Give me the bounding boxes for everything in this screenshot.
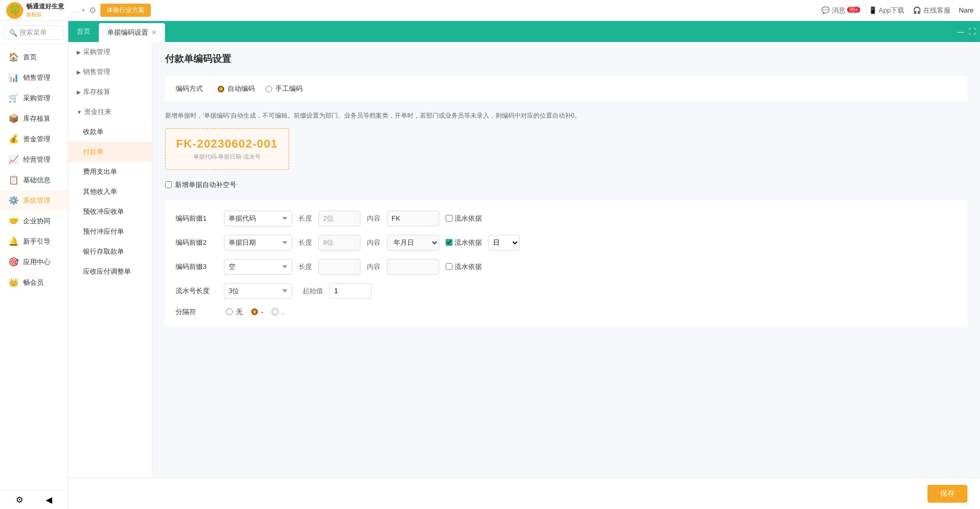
sep-dot-radio[interactable] [272,308,278,315]
sidebar-item-operations[interactable]: 📈 经营管理 [0,149,68,170]
prefix3-select[interactable]: 空 [224,259,292,275]
inventory-icon: 📦 [8,113,19,123]
sidebar-nav: 🏠 首页 📊 销售管理 🛒 采购管理 📦 库存核算 💰 资金管理 📈 经 [0,45,68,490]
config-section: 编码前缀1 单据代码 长度 内容 流水依据 [165,200,967,327]
auto-fill-row: 新增单据自动补空号 [165,180,967,190]
code-preview-main: FK-20230602-001 [176,137,278,151]
prefix3-serial-check[interactable]: 流水依据 [446,262,482,272]
member-icon: 👑 [8,277,19,287]
breadcrumb-text: ... [73,7,78,14]
prefix3-row: 编码前缀3 空 长度 内容 流水依据 [176,259,957,275]
sidebar-item-apps[interactable]: 🎯 应用中心 [0,252,68,272]
sec-group-inventory[interactable]: ▶ 库存核算 [68,82,152,102]
tab-code-setting[interactable]: 单据编码设置 ✕ [99,23,165,42]
prefix1-row: 编码前缀1 单据代码 长度 内容 流水依据 [176,211,957,226]
prefix1-length-input[interactable] [318,211,360,226]
sec-group-funds[interactable]: ▼ 资金往来 [68,102,152,122]
sidebar-item-finance[interactable]: 💰 资金管理 [0,129,68,149]
online-service[interactable]: 🎧 在线客服 [913,6,951,15]
sec-item-bank-deposit[interactable]: 银行存取款单 [68,242,152,262]
serial-start-input[interactable] [329,283,372,299]
user-name[interactable]: Nare [959,6,974,14]
prefix1-label: 编码前缀1 [176,214,218,223]
chevron-down-icon: ▼ [77,109,82,115]
message-section[interactable]: 💬 消息 99+ [821,6,860,15]
prefix1-content-input[interactable] [387,211,439,226]
sec-item-other-income[interactable]: 其他收入单 [68,182,152,202]
sep-none-option[interactable]: 无 [226,307,243,317]
sep-none-radio[interactable] [226,308,233,315]
collapse-icon[interactable]: ◀ [46,495,52,505]
prefix1-length-label: 长度 [298,214,312,223]
manual-code-option[interactable]: 手工编码 [265,84,303,94]
sec-item-ap-adjust[interactable]: 应收应付调整单 [68,262,152,282]
sidebar-item-member[interactable]: 👑 畅会员 [0,272,68,293]
search-icon: 🔍 [9,29,17,37]
prefix3-length-input[interactable] [318,259,360,275]
serial-length-select[interactable]: 3位 [224,283,292,299]
prefix2-content-select[interactable]: 年月日 [387,235,439,251]
sec-item-expense[interactable]: 费用支出单 [68,162,152,182]
sidebar-item-purchase[interactable]: 🛒 采购管理 [0,88,68,108]
prefix3-label: 编码前缀3 [176,262,218,272]
auto-fill-checkbox[interactable] [165,181,172,188]
separator-row: 分隔符 无 - . [176,307,957,317]
sidebar-item-home[interactable]: 🏠 首页 [0,47,68,67]
logo-text: 畅通道好生意 旗舰版 [26,3,64,18]
maximize-btn[interactable]: ⛶ [968,27,976,36]
settings-bottom-icon[interactable]: ⚙ [16,495,23,505]
save-button[interactable]: 保存 [927,485,967,503]
chevron-down-icon: ▾ [82,7,85,13]
auto-code-radio[interactable] [218,86,224,92]
sidebar-item-enterprise[interactable]: 🤝 企业协同 [0,211,68,231]
prefix3-serial-checkbox[interactable] [446,263,452,270]
app-download[interactable]: 📱 App下载 [869,6,904,15]
code-preview-sub: 单据代码-单据日期-流水号 [193,153,261,161]
sidebar-item-sales[interactable]: 📊 销售管理 [0,67,68,88]
prefix3-content-input[interactable] [387,259,439,275]
prefix1-serial-checkbox[interactable] [446,215,452,222]
operations-icon: 📈 [8,154,19,164]
sidebar-item-inventory[interactable]: 📦 库存核算 [0,108,68,129]
sep-dash-option[interactable]: - [251,308,263,316]
sec-item-receipt[interactable]: 收款单 [68,122,152,142]
auto-code-option[interactable]: 自动编码 [218,84,255,94]
prefix3-content-label: 内容 [367,262,380,272]
sep-dash-radio[interactable] [251,308,258,315]
prefix2-serial-unit-select[interactable]: 日 [488,235,520,251]
prefix1-serial-check[interactable]: 流水依据 [446,214,482,223]
prefix2-content-label: 内容 [367,238,380,247]
sec-item-payment[interactable]: 付款单 [68,142,152,162]
prefix2-serial-check[interactable]: 流水依据 [446,238,482,247]
sep-dot-option[interactable]: . [272,308,284,316]
sec-item-advance-receipt[interactable]: 预收冲应收单 [68,202,152,222]
home-icon: 🏠 [8,52,19,62]
tab-bar: 首页 单据编码设置 ✕ — ⛶ [68,21,980,42]
encoding-method-group: 编码方式 自动编码 手工编码 [176,84,957,94]
enterprise-icon: 🤝 [8,216,19,226]
manual-code-radio[interactable] [265,86,272,92]
sec-item-advance-payment[interactable]: 预付冲应付单 [68,222,152,242]
top-bar-left: 🍀 畅通道好生意 旗舰版 ... ▾ ⚙ 体验行业方案 [6,2,151,19]
settings-icon[interactable]: ⚙ [89,5,96,15]
sec-group-sales[interactable]: ▶ 销售管理 [68,62,152,82]
prefix2-serial-checkbox[interactable] [446,239,452,246]
encoding-method-section: 编码方式 自动编码 手工编码 [165,76,967,102]
prefix1-select[interactable]: 单据代码 [224,211,292,226]
trial-btn[interactable]: 体验行业方案 [100,4,151,17]
tab-close-icon[interactable]: ✕ [151,29,157,36]
main-layout: 🔍 搜索菜单 🏠 首页 📊 销售管理 🛒 采购管理 📦 库存核算 💰 [0,21,980,509]
sidebar-search-area: 🔍 搜索菜单 [0,21,68,45]
sec-group-purchase[interactable]: ▶ 采购管理 [68,42,152,62]
prefix2-length-input[interactable] [318,235,360,251]
minimize-btn[interactable]: — [957,27,964,36]
search-menu-btn[interactable]: 🔍 搜索菜单 [4,25,64,40]
tab-home[interactable]: 首页 [68,21,99,42]
sidebar-item-system[interactable]: ⚙️ 系统管理 [0,190,68,211]
secondary-sidebar: ▶ 采购管理 ▶ 销售管理 ▶ 库存核算 ▼ 资金往来 收款单 [68,42,152,477]
prefix2-select[interactable]: 单据日期 [224,235,292,251]
sidebar-item-basic[interactable]: 📋 基础信息 [0,170,68,190]
code-preview-box: FK-20230602-001 单据代码-单据日期-流水号 [165,128,289,170]
basic-icon: 📋 [8,175,19,185]
sidebar-item-guide[interactable]: 🔔 新手引导 [0,231,68,252]
